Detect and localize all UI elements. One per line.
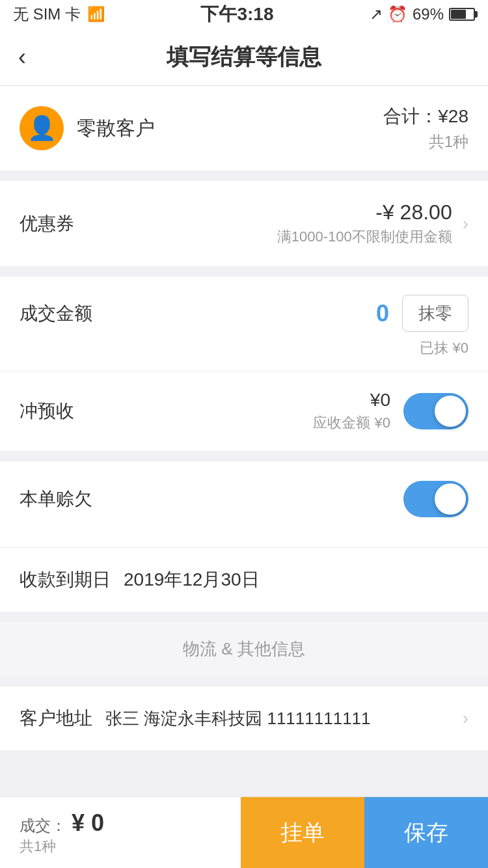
debt-row: 本单赊欠 [0, 461, 488, 537]
coupon-section: 优惠券 -¥ 28.00 满1000-100不限制使用金额 › [0, 181, 488, 266]
status-bar: 无 SIM 卡 📶 下午3:18 ↗ ⏰ 69% [0, 0, 488, 29]
back-button[interactable]: ‹ [18, 44, 26, 71]
due-date-section: 收款到期日 2019年12月30日 [0, 547, 488, 612]
avatar: 👤 [20, 106, 64, 150]
coupon-value-block: -¥ 28.00 满1000-100不限制使用金额 [277, 200, 452, 247]
round-button[interactable]: 抹零 [402, 295, 468, 332]
bottom-info: 成交： ¥ 0 共1种 [0, 797, 241, 868]
customer-name: 零散客户 [77, 115, 155, 142]
debt-section: 本单赊欠 收款到期日 2019年12月30日 [0, 461, 488, 612]
avatar-icon: 👤 [27, 115, 57, 142]
transaction-right: 0 抹零 [350, 295, 468, 332]
transaction-label: 成交金额 [20, 301, 92, 326]
toggle-knob [435, 396, 466, 427]
location-icon: ↗ [370, 5, 383, 23]
bottom-count: 共1种 [20, 837, 221, 856]
status-right: ↗ ⏰ 69% [370, 5, 475, 23]
customer-total: 合计：¥28 共1种 [383, 104, 468, 152]
address-label: 客户地址 [20, 706, 92, 731]
coupon-label: 优惠券 [20, 211, 74, 236]
prepay-toggle[interactable] [403, 393, 468, 429]
save-button[interactable]: 保存 [364, 797, 488, 868]
pending-button[interactable]: 挂单 [241, 797, 364, 868]
alarm-icon: ⏰ [388, 5, 407, 23]
status-left: 无 SIM 卡 📶 [13, 4, 105, 25]
transaction-value[interactable]: 0 [350, 300, 389, 327]
bottom-deal-label: 成交： [20, 815, 66, 836]
nav-bar: ‹ 填写结算等信息 [0, 29, 488, 86]
battery-icon [449, 8, 475, 21]
debt-toggle[interactable] [403, 481, 468, 517]
logistics-divider: 物流 & 其他信息 [0, 622, 488, 676]
address-row[interactable]: 客户地址 张三 海淀永丰科技园 11111111111 › [0, 686, 488, 750]
due-date-value[interactable]: 2019年12月30日 [124, 567, 260, 592]
debt-label: 本单赊欠 [20, 487, 92, 511]
due-date-label: 收款到期日 [20, 567, 111, 592]
coupon-row[interactable]: 优惠券 -¥ 28.00 满1000-100不限制使用金额 › [0, 181, 488, 266]
sim-indicator: 无 SIM 卡 [13, 4, 81, 25]
prepay-row: 冲预收 ¥0 应收金额 ¥0 [0, 371, 488, 451]
total-amount-label: 合计：¥28 [383, 104, 468, 129]
logistics-text: 物流 & 其他信息 [183, 638, 305, 660]
coupon-amount: -¥ 28.00 [277, 200, 452, 224]
transaction-row: 成交金额 0 抹零 [0, 277, 488, 338]
coupon-right: -¥ 28.00 满1000-100不限制使用金额 › [277, 200, 468, 247]
customer-left: 👤 零散客户 [20, 106, 155, 150]
coupon-desc: 满1000-100不限制使用金额 [277, 227, 452, 247]
prepay-right: ¥0 应收金额 ¥0 [313, 390, 468, 433]
address-value: 张三 海淀永丰科技园 11111111111 [105, 707, 450, 730]
status-time: 下午3:18 [200, 2, 273, 27]
bottom-deal-amount: ¥ 0 [72, 809, 104, 837]
prepay-sub: 应收金额 ¥0 [313, 413, 390, 433]
chevron-right-icon: › [463, 213, 468, 234]
wifi-icon: 📶 [87, 6, 105, 23]
total-count: 共1种 [383, 131, 468, 152]
address-chevron-icon: › [463, 708, 468, 729]
transaction-section: 成交金额 0 抹零 已抹 ¥0 冲预收 ¥0 应收金额 ¥0 [0, 277, 488, 451]
bottom-bar: 成交： ¥ 0 共1种 挂单 保存 [0, 796, 488, 868]
page-title: 填写结算等信息 [167, 42, 321, 72]
prepay-amounts: ¥0 应收金额 ¥0 [313, 390, 390, 433]
logistics-label: 物流 & 其他信息 [131, 638, 357, 660]
content: 👤 零散客户 合计：¥28 共1种 优惠券 -¥ 28.00 满1000-100… [0, 86, 488, 839]
already-deducted: 已抹 ¥0 [0, 338, 488, 371]
customer-row: 👤 零散客户 合计：¥28 共1种 [0, 86, 488, 170]
battery-label: 69% [413, 5, 444, 23]
bottom-deal-row: 成交： ¥ 0 [20, 809, 221, 837]
prepay-value: ¥0 [313, 390, 390, 411]
debt-toggle-knob [435, 483, 466, 515]
prepay-label: 冲预收 [20, 399, 74, 424]
